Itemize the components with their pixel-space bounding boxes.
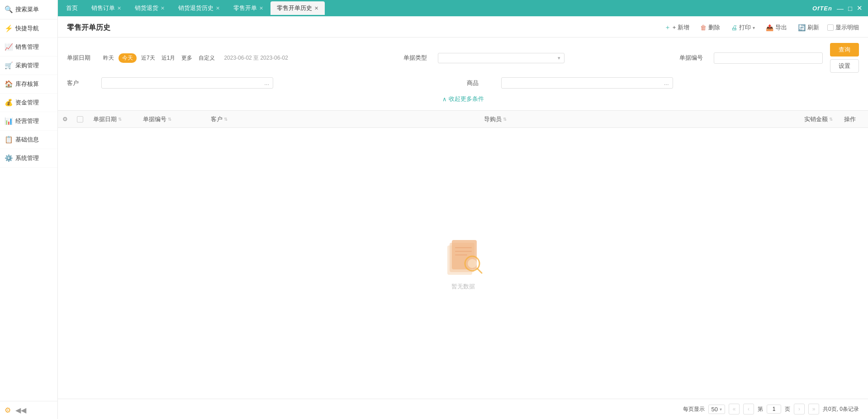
sidebar-item-label: 销售管理 bbox=[15, 43, 39, 51]
print-icon: 🖨 bbox=[731, 24, 737, 31]
delete-icon: 🗑 bbox=[700, 24, 707, 31]
prev-page-btn[interactable]: ‹ bbox=[743, 404, 754, 414]
empty-icon bbox=[441, 236, 486, 277]
th-client-label: 客户 bbox=[211, 115, 223, 123]
sidebar: 🔍 搜索菜单 ⚡ 快捷导航 📈 销售管理 🛒 采购管理 🏠 库存核算 💰 资金管… bbox=[0, 0, 58, 419]
print-dropdown-icon[interactable]: ▾ bbox=[753, 25, 755, 30]
delete-button[interactable]: 🗑 删除 bbox=[697, 22, 723, 33]
brand-label: OfTEn bbox=[812, 5, 832, 12]
date-range-display: 2023-06-02 至 2023-06-02 bbox=[224, 54, 288, 62]
th-date[interactable]: 单据日期 ⇅ bbox=[90, 115, 139, 123]
collapse-up-icon: ∧ bbox=[442, 96, 447, 103]
tab-home[interactable]: 首页 bbox=[60, 1, 84, 15]
tab-sales-order-label: 销售订单 bbox=[91, 4, 115, 12]
date-btn-custom[interactable]: 自定义 bbox=[197, 53, 217, 63]
per-page-value: 50 bbox=[711, 406, 718, 413]
refresh-button[interactable]: 🔄 刷新 bbox=[795, 22, 822, 33]
display-detail-checkbox[interactable] bbox=[827, 24, 834, 31]
main-area: 首页 销售订单 ✕ 销货退货 ✕ 销货退货历史 ✕ 零售开单 ✕ 零售开单历史 … bbox=[58, 0, 868, 419]
maximize-btn[interactable]: □ bbox=[848, 5, 852, 12]
print-label: 打印 bbox=[739, 24, 751, 32]
type-select[interactable]: ▾ bbox=[438, 53, 564, 63]
collapse-row: ∧ 收起更多条件 bbox=[67, 93, 859, 105]
th-guide-label: 导购员 bbox=[484, 115, 502, 123]
tab-home-label: 首页 bbox=[66, 4, 78, 12]
sidebar-item-quick-nav[interactable]: ⚡ 快捷导航 bbox=[0, 19, 57, 38]
operations-icon: 📊 bbox=[5, 117, 13, 125]
tab-retail-history-close[interactable]: ✕ bbox=[314, 5, 318, 11]
settings-bottom-icon[interactable]: ⚙ bbox=[5, 406, 11, 414]
tab-retail-open[interactable]: 零售开单 ✕ bbox=[227, 1, 270, 15]
per-page-select[interactable]: 50 ▾ bbox=[708, 405, 725, 414]
tab-sales-return-close[interactable]: ✕ bbox=[161, 5, 165, 11]
collapse-label: 收起更多条件 bbox=[449, 95, 484, 103]
date-btn-more[interactable]: 更多 bbox=[180, 53, 194, 63]
th-amount[interactable]: 实销金额 ⇅ bbox=[791, 115, 836, 123]
th-number[interactable]: 单据编号 ⇅ bbox=[139, 115, 207, 123]
page-title: 零售开单历史 bbox=[67, 23, 110, 33]
sidebar-item-sales-mgmt[interactable]: 📈 销售管理 bbox=[0, 38, 57, 56]
goods-input[interactable]: ... bbox=[501, 77, 673, 89]
sidebar-item-operations[interactable]: 📊 经营管理 bbox=[0, 112, 57, 131]
query-button[interactable]: 查询 bbox=[830, 43, 859, 56]
th-guide[interactable]: 导购员 ⇅ bbox=[480, 115, 526, 123]
sidebar-item-basic-info[interactable]: 📋 基础信息 bbox=[0, 131, 57, 149]
th-client[interactable]: 客户 ⇅ bbox=[207, 115, 480, 123]
column-settings-icon[interactable]: ⚙ bbox=[62, 116, 77, 122]
collapse-btn[interactable]: ∧ 收起更多条件 bbox=[441, 93, 486, 105]
refresh-icon: 🔄 bbox=[798, 24, 806, 31]
settings-button[interactable]: 设置 bbox=[830, 59, 859, 73]
goods-label: 商品 bbox=[467, 79, 494, 87]
table-header: ⚙ 单据日期 ⇅ 单据编号 ⇅ 客户 ⇅ 导购员 ⇅ 实销金额 bbox=[58, 111, 868, 128]
tab-sales-return-label: 销货退货 bbox=[135, 4, 158, 12]
first-page-btn[interactable]: « bbox=[729, 404, 740, 414]
date-btn-7days[interactable]: 近7天 bbox=[139, 53, 157, 63]
tab-retail-history[interactable]: 零售开单历史 ✕ bbox=[270, 1, 325, 15]
sidebar-item-label: 资金管理 bbox=[15, 99, 39, 107]
sidebar-item-finance[interactable]: 💰 资金管理 bbox=[0, 94, 57, 112]
page-header: 零售开单历史 ＋ + 新增 🗑 删除 🖨 打印 ▾ 📤 导出 🔄 刷新 bbox=[58, 16, 868, 38]
quick-nav-icon: ⚡ bbox=[5, 24, 13, 33]
sidebar-search[interactable]: 🔍 搜索菜单 bbox=[0, 0, 57, 19]
client-input[interactable]: ... bbox=[101, 77, 273, 89]
print-button[interactable]: 🖨 打印 ▾ bbox=[728, 22, 758, 33]
tab-sales-order-close[interactable]: ✕ bbox=[117, 5, 121, 11]
tab-sales-return-history[interactable]: 销货退货历史 ✕ bbox=[172, 1, 226, 15]
date-btn-yesterday[interactable]: 昨天 bbox=[101, 53, 116, 63]
tab-bar: 首页 销售订单 ✕ 销货退货 ✕ 销货退货历史 ✕ 零售开单 ✕ 零售开单历史 … bbox=[58, 0, 868, 16]
sidebar-item-label: 经营管理 bbox=[15, 117, 39, 125]
number-input[interactable] bbox=[714, 52, 823, 64]
close-window-btn[interactable]: ✕ bbox=[857, 4, 863, 12]
date-btn-1month[interactable]: 近1月 bbox=[160, 53, 177, 63]
svg-line-8 bbox=[477, 268, 482, 273]
toolbar: ＋ + 新增 🗑 删除 🖨 打印 ▾ 📤 导出 🔄 刷新 bbox=[662, 22, 859, 33]
sidebar-item-inventory[interactable]: 🏠 库存核算 bbox=[0, 75, 57, 94]
tab-sales-return[interactable]: 销货退货 ✕ bbox=[128, 1, 171, 15]
sidebar-item-label: 系统管理 bbox=[15, 154, 39, 162]
add-button[interactable]: ＋ + 新增 bbox=[662, 22, 692, 33]
add-label: + 新增 bbox=[673, 24, 689, 32]
total-info: 共0页, 0条记录 bbox=[823, 405, 859, 413]
page-input[interactable] bbox=[767, 405, 781, 414]
display-detail-toggle[interactable]: 显示明细 bbox=[827, 24, 859, 32]
export-button[interactable]: 📤 导出 bbox=[763, 22, 790, 33]
select-all-checkbox[interactable] bbox=[77, 116, 90, 122]
last-page-btn[interactable]: » bbox=[808, 404, 819, 414]
tab-sales-order[interactable]: 销售订单 ✕ bbox=[85, 1, 128, 15]
next-page-btn[interactable]: › bbox=[794, 404, 805, 414]
client-label: 客户 bbox=[67, 79, 94, 87]
search-icon: 🔍 bbox=[5, 5, 13, 14]
th-guide-sort-icon: ⇅ bbox=[503, 117, 507, 122]
collapse-sidebar-icon[interactable]: ◀◀ bbox=[15, 406, 26, 414]
display-detail-label: 显示明细 bbox=[835, 24, 859, 32]
sidebar-item-sys-mgmt[interactable]: ⚙️ 系统管理 bbox=[0, 149, 57, 168]
sidebar-item-purchase-mgmt[interactable]: 🛒 采购管理 bbox=[0, 56, 57, 75]
tab-retail-open-close[interactable]: ✕ bbox=[259, 5, 263, 11]
empty-text: 暂无数据 bbox=[451, 282, 475, 291]
table-area: ⚙ 单据日期 ⇅ 单据编号 ⇅ 客户 ⇅ 导购员 ⇅ 实销金额 bbox=[58, 111, 868, 399]
date-quick-buttons: 昨天 今天 近7天 近1月 更多 自定义 bbox=[101, 53, 217, 63]
tab-sales-return-history-close[interactable]: ✕ bbox=[216, 5, 220, 11]
date-btn-today[interactable]: 今天 bbox=[119, 53, 137, 63]
minimize-btn[interactable]: — bbox=[837, 5, 844, 12]
add-icon: ＋ bbox=[664, 24, 671, 32]
